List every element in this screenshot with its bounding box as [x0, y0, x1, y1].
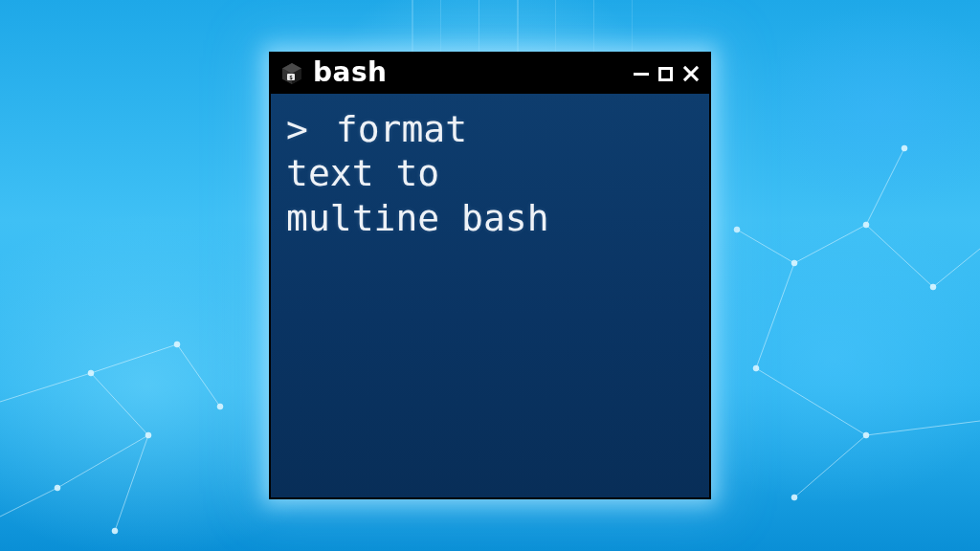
- bash-cube-icon: $: [278, 60, 305, 87]
- svg-line-3: [57, 435, 148, 488]
- svg-point-28: [791, 495, 797, 500]
- svg-line-20: [933, 249, 980, 287]
- svg-point-22: [734, 227, 740, 232]
- command-text-line1: format: [336, 108, 467, 150]
- svg-line-2: [91, 344, 177, 373]
- svg-line-1: [91, 373, 148, 435]
- svg-line-21: [866, 148, 904, 225]
- svg-line-15: [866, 225, 933, 287]
- prompt-symbol: >: [286, 108, 308, 150]
- svg-line-13: [737, 230, 794, 263]
- maximize-icon[interactable]: [658, 67, 673, 81]
- svg-text:$: $: [289, 74, 293, 80]
- close-icon[interactable]: [682, 65, 700, 82]
- svg-line-14: [794, 225, 866, 263]
- window-controls: [634, 65, 700, 82]
- svg-point-8: [145, 432, 151, 438]
- svg-point-27: [863, 432, 869, 438]
- terminal-body[interactable]: > format text to multine bash: [271, 94, 709, 497]
- svg-line-16: [756, 263, 794, 368]
- terminal-window: $ bash > format text to multine bash: [269, 52, 711, 499]
- svg-point-25: [930, 284, 936, 290]
- window-title: bash: [313, 59, 626, 86]
- svg-point-11: [174, 342, 180, 347]
- svg-line-0: [0, 373, 91, 402]
- svg-point-10: [112, 528, 118, 534]
- svg-point-23: [791, 260, 797, 266]
- svg-line-4: [115, 435, 148, 531]
- svg-point-9: [55, 485, 60, 491]
- svg-point-7: [88, 370, 94, 376]
- svg-point-12: [217, 404, 223, 409]
- svg-line-19: [794, 435, 866, 497]
- svg-line-6: [177, 344, 220, 407]
- svg-line-5: [0, 488, 57, 517]
- command-text-line3: multine bash: [286, 197, 549, 239]
- svg-point-29: [902, 145, 907, 151]
- svg-line-18: [866, 421, 980, 435]
- svg-line-17: [756, 368, 866, 435]
- svg-point-26: [753, 365, 759, 371]
- minimize-icon[interactable]: [634, 66, 649, 81]
- command-text-line2: text to: [286, 152, 439, 194]
- svg-point-24: [863, 222, 869, 228]
- titlebar[interactable]: $ bash: [271, 54, 709, 94]
